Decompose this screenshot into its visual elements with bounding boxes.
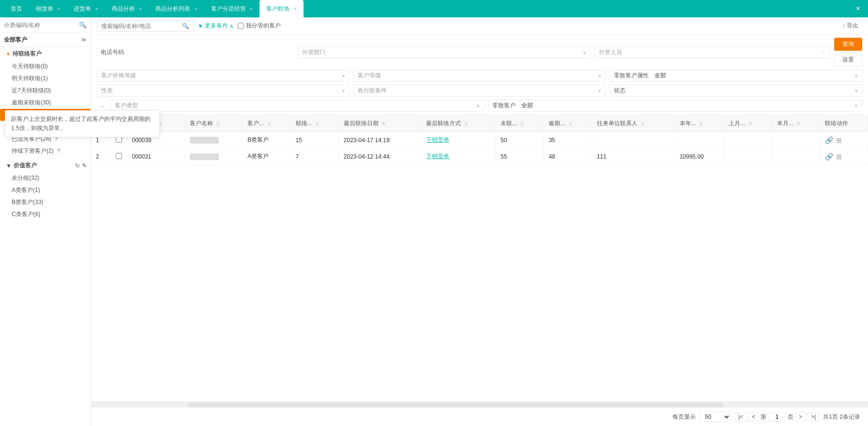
customer-type-sort-icon[interactable]: ⇅ [267, 121, 271, 126]
value-group-title[interactable]: ▼ 价值客户 ↻ ✎ [0, 159, 91, 172]
page-number-input[interactable] [768, 412, 786, 422]
sidebar-collapse-icon[interactable]: ≫ [81, 37, 87, 43]
setting-button[interactable]: 设置 [834, 53, 862, 67]
sidebar-item-today-pending[interactable]: 今天待联络(0) [0, 60, 91, 73]
td-index-2: 2 [91, 148, 110, 165]
per-page-select[interactable]: 50 100 200 [700, 411, 731, 422]
gender-chevron-icon: ∨ [342, 88, 345, 93]
contact-sort-icon[interactable]: ⇅ [315, 121, 319, 126]
sidebar-search-icon[interactable]: 🔍 [79, 21, 87, 29]
status-field[interactable]: 状态 ∨ [609, 85, 862, 97]
sidebar-item-sustained-drop[interactable]: 持续下滑客户(2) ? [0, 145, 91, 157]
nav-sales-order[interactable]: 销货单 × [29, 0, 67, 17]
more-conditions-btn[interactable]: ▼ 更多条件 ∧ [198, 22, 234, 30]
sidebar-item-c-class[interactable]: C类客户(6) [0, 208, 91, 220]
close-product-analysis-list-icon[interactable]: × [194, 0, 197, 17]
export-icon: ↑ [842, 23, 845, 29]
nav-purchase-order[interactable]: 进货单 × [67, 0, 105, 17]
price-level-field[interactable]: 客户价格等级 ∨ [97, 70, 350, 82]
last-contact-method-link-1[interactable]: 下销货单 [426, 136, 449, 143]
last-contact-date-sort-icon[interactable]: ⇅ [381, 121, 385, 126]
category-search-input[interactable] [4, 22, 77, 29]
row-1-link-icon[interactable]: 🔗 [825, 136, 833, 144]
customer-level-field[interactable]: 客户等级 ∨ [353, 70, 606, 82]
blurred-name-2 [190, 153, 219, 160]
sidebar-item-tomorrow-pending[interactable]: 明天待联络(1) [0, 73, 91, 85]
tooltip-box: 距客户上次交易时长，超过了此客户的平均交易周期的1.5倍，则视为异常。 [91, 110, 160, 137]
last-contact-method-sort-icon[interactable]: ⇅ [464, 121, 468, 126]
filter-dots-icon[interactable]: ··· [97, 102, 107, 110]
filter-actions: 查询 设置 [834, 38, 862, 67]
row-2-grid-icon[interactable]: ⊞ [836, 153, 842, 161]
row-2-checkbox[interactable] [116, 153, 122, 159]
nav-customer-segmentation[interactable]: 客户分层经营 × [204, 0, 259, 17]
close-customer-segmentation-icon[interactable]: × [250, 0, 253, 17]
unit-contacts-sort-icon[interactable]: ⇅ [640, 121, 644, 126]
price-level-chevron-icon: ∨ [342, 73, 345, 78]
overdue-sort-icon[interactable]: ⇅ [568, 121, 572, 126]
my-customers-checkbox-wrapper[interactable]: 我分管的客户 [238, 22, 281, 30]
td-checkbox-2[interactable] [110, 148, 127, 165]
row-2-link-icon[interactable]: 🔗 [825, 153, 833, 161]
gender-field[interactable]: 性质 ∨ [97, 85, 350, 97]
retail-attr-field[interactable]: 零散客户属性 全部 ∨ [609, 70, 862, 82]
close-purchase-order-icon[interactable]: × [95, 0, 98, 17]
value-group-refresh-icon[interactable]: ↻ [75, 162, 80, 169]
th-this-year: 本年... ⇅ [674, 116, 724, 132]
main-layout: 🔍 全部客户 ≫ ▼ 待联络客户 今天待联络(0) 明天待联络(1) 近7天待联… [0, 17, 868, 426]
nav-customer-contact[interactable]: 客户联络 × [259, 0, 303, 17]
td-last-contact-method-2[interactable]: 下销货单 [421, 148, 496, 165]
name-sort-icon[interactable]: ⇅ [216, 121, 220, 126]
retail-customer-field[interactable]: 零散客户 全部 ∨ [488, 100, 862, 112]
close-customer-contact-icon[interactable]: × [293, 0, 296, 17]
th-this-month: 本月... ⇅ [772, 116, 820, 132]
td-customer-type-1: B类客户 [243, 132, 290, 148]
value-group-edit-icon[interactable]: ✎ [82, 162, 87, 169]
query-button[interactable]: 查询 [834, 38, 862, 51]
this-year-sort-icon[interactable]: ⇅ [699, 121, 703, 126]
sidebar-item-b-class[interactable]: B类客户(33) [0, 196, 91, 208]
customer-type-field[interactable]: 客户类型 ∨ [110, 100, 485, 112]
next-page-button[interactable]: > [795, 412, 806, 422]
row-1-actions: 🔗 ⊞ [825, 136, 863, 144]
th-unpaid: 未联... ⇅ [496, 116, 544, 132]
td-this-month-1 [772, 132, 820, 148]
advanced-filter: 电话号码 分管部门 ∨ 分管人员 ··· 查询 设置 客户价格等级 [91, 35, 868, 115]
phone-field[interactable]: 电话号码 [97, 47, 294, 58]
td-last-contact-date-1: 2023-04-17 14:19: [338, 132, 421, 148]
sidebar-item-unclassified[interactable]: 未分组(32) [0, 172, 91, 184]
payment-field[interactable]: 收付款条件 ∨ [353, 85, 606, 97]
th-last-contact-date: 最后联络日期 ⇅ [338, 116, 421, 132]
th-name: 客户名称 ⇅ [184, 116, 242, 132]
last-month-sort-icon[interactable]: ⇅ [748, 121, 752, 126]
customer-search-input[interactable] [101, 23, 180, 29]
sidebar-item-overdue-pending[interactable]: 逾期未联络(30) [0, 97, 91, 109]
sidebar-item-7day-pending[interactable]: 近7天待联络(0) [0, 85, 91, 97]
my-customers-checkbox[interactable] [238, 23, 244, 29]
pending-group-title[interactable]: ▼ 待联络客户 [0, 47, 91, 60]
td-last-contact-method-1[interactable]: 下销货单 [421, 132, 496, 148]
filter-bar: 🔍 ▼ 更多条件 ∧ 我分管的客户 ↑ 导出 [91, 17, 868, 35]
nav-home[interactable]: 首页 [4, 0, 29, 17]
nav-product-analysis-list[interactable]: 商品分析列表 × [149, 0, 204, 17]
horizontal-scrollbar[interactable] [91, 401, 868, 407]
nav-product-analysis[interactable]: 商品分析 × [105, 0, 149, 17]
prev-page-button[interactable]: < [748, 412, 759, 422]
customer-search-icon[interactable]: 🔍 [182, 23, 189, 29]
sidebar-search-bar: 🔍 [0, 17, 91, 33]
unpaid-sort-icon[interactable]: ⇅ [520, 121, 524, 126]
close-sales-order-icon[interactable]: × [57, 0, 60, 17]
this-month-sort-icon[interactable]: ⇅ [796, 121, 800, 126]
dept-field[interactable]: 分管部门 ∨ [298, 46, 591, 59]
close-product-analysis-icon[interactable]: × [139, 0, 142, 17]
last-contact-method-link-2[interactable]: 下销货单 [426, 153, 449, 160]
manager-field[interactable]: 分管人员 ··· [594, 46, 830, 59]
payment-chevron-icon: ∨ [598, 88, 601, 93]
row-1-grid-icon[interactable]: ⊞ [836, 136, 842, 144]
app-close-button[interactable]: × [852, 4, 864, 13]
sidebar-item-a-class[interactable]: A类客户(1) [0, 184, 91, 196]
first-page-button[interactable]: |< [735, 412, 746, 422]
last-page-button[interactable]: >| [807, 412, 819, 422]
pagination-bar: 每页显示 50 100 200 |< < 第 页 > >| 共1页 2条记录 [91, 407, 868, 426]
export-button[interactable]: ↑ 导出 [838, 20, 862, 31]
